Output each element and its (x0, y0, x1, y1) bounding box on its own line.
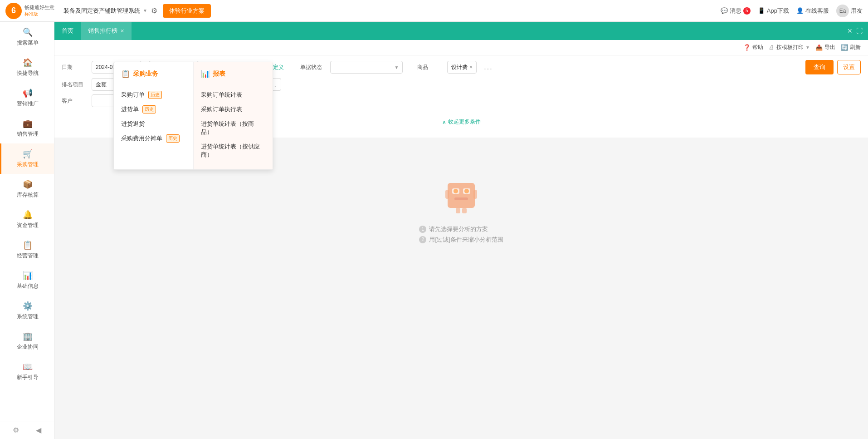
menu-item-purchase-order-exec[interactable]: 采购订单执行表 (201, 102, 266, 117)
sidebar-item-system[interactable]: ⚙️ 系统管理 (0, 296, 54, 326)
menu-item-incoming[interactable]: 进货单 历史 (121, 102, 186, 117)
system-dropdown-arrow[interactable]: ▼ (143, 8, 147, 13)
help-btn[interactable]: ❓ 帮助 (743, 44, 763, 51)
sales-icon: 💼 (23, 118, 33, 128)
goods-more-btn[interactable]: ... (484, 63, 493, 71)
empty-robot-svg (439, 174, 484, 215)
goods-tag-text: 设计费 (451, 64, 468, 71)
goods-tag-close[interactable]: × (469, 64, 473, 70)
tab-close-all-btn[interactable]: ✕ (847, 27, 853, 35)
online-service-label: 在线客服 (805, 7, 829, 15)
sidebar-bottom: ⚙ ◀ (0, 421, 54, 439)
rank-label: 排名项目 (62, 81, 84, 89)
menu-item-purchase-fee[interactable]: 采购费用分摊单 历史 (121, 131, 186, 146)
menu-item-label: 采购订单统计表 (201, 91, 242, 99)
basic-info-icon: 📊 (23, 271, 33, 281)
query-button[interactable]: 查询 (805, 60, 834, 74)
tab-close-icon[interactable]: ✕ (120, 28, 124, 34)
step-num-1: 1 (419, 226, 426, 233)
collapse-label: 收起更多条件 (448, 118, 481, 126)
menu-item-incoming-stats-supplier[interactable]: 进货单统计表（按供应商） (201, 139, 266, 162)
industry-button[interactable]: 体验行业方案 (163, 4, 211, 18)
content-area: 首页 销售排行榜 ✕ ✕ ⛶ ❓ 帮助 (54, 22, 868, 439)
svg-rect-0 (448, 183, 475, 208)
sidebar-item-search[interactable]: 🔍 搜索菜单 (0, 22, 54, 52)
report-section: 📊 报表 采购订单统计表 采购订单执行表 进货单统计表（按商品） 进货单统计表（… (194, 62, 273, 169)
sidebar-item-inventory[interactable]: 📦 库存核算 (0, 174, 54, 204)
step1-text: 请先选择要分析的方案 (429, 224, 488, 234)
empty-steps: 1 请先选择要分析的方案 2 用[过滤]条件来缩小分析范围 (419, 224, 503, 245)
tab-expand-btn[interactable]: ⛶ (856, 27, 863, 35)
svg-rect-3 (454, 197, 468, 200)
goods-label: 商品 (417, 64, 440, 71)
tab-home-label: 首页 (62, 27, 73, 35)
tab-bar: 首页 销售排行榜 ✕ ✕ ⛶ (54, 22, 868, 40)
service-icon: 👤 (796, 7, 804, 14)
app-download-btn[interactable]: 📱 App下载 (758, 7, 789, 15)
sidebar-settings-btn[interactable]: ⚙ (13, 426, 19, 434)
settings-icon[interactable]: ⚙ (151, 6, 157, 15)
order-status-label: 单据状态 (300, 64, 323, 71)
app-container: 6 畅捷通好生意 标准版 装备及固定资产辅助管理系统 ▼ ⚙ 体验行业方案 💬 … (0, 0, 868, 439)
sidebar-item-marketing[interactable]: 📢 营销推广 (0, 83, 54, 113)
refresh-btn[interactable]: 🔄 刷新 (841, 44, 861, 51)
collapse-btn[interactable]: ∧ 收起更多条件 (442, 118, 481, 126)
menu-item-purchase-order-stats[interactable]: 采购订单统计表 (201, 88, 266, 102)
messages-label: 消息 (730, 7, 741, 15)
print-icon: 🖨 (769, 44, 775, 51)
purchase-dropdown-menu: 📋 采购业务 采购订单 历史 进货单 历史 进货退货 (113, 62, 273, 170)
report-title: 📊 报表 (201, 69, 266, 82)
logo-name: 畅捷通好生意 (24, 4, 54, 10)
print-dropdown-icon[interactable]: ▼ (805, 45, 810, 50)
logo-badge: 标准版 (24, 11, 54, 17)
top-bar-right: 💬 消息 5 📱 App下载 👤 在线客服 Ea 用友 (721, 5, 863, 17)
search-icon: 🔍 (23, 27, 33, 37)
section1-title-text: 采购业务 (133, 70, 158, 78)
tab-sales-rank[interactable]: 销售排行榜 ✕ (81, 22, 132, 40)
purchase-business-section: 📋 采购业务 采购订单 历史 进货单 历史 进货退货 (114, 62, 194, 169)
top-bar: 6 畅捷通好生意 标准版 装备及固定资产辅助管理系统 ▼ ⚙ 体验行业方案 💬 … (0, 0, 868, 22)
inventory-icon: 📦 (23, 179, 33, 189)
tab-home[interactable]: 首页 (54, 22, 81, 40)
logo-text: 畅捷通好生意 标准版 (24, 4, 54, 17)
toolbar-actions: ❓ 帮助 🖨 按模板打印 ▼ 📤 导出 🔄 刷新 (54, 40, 868, 55)
menu-item-label: 进货单统计表（按商品） (201, 120, 266, 136)
sidebar-item-finance[interactable]: 🔔 资金管理 (0, 204, 54, 235)
user-area[interactable]: Ea 用友 (836, 5, 863, 17)
sidebar-collapse-btn[interactable]: ◀ (36, 426, 41, 434)
sidebar-item-guide[interactable]: 📖 新手引导 (0, 356, 54, 387)
menu-item-purchase-order[interactable]: 采购订单 历史 (121, 88, 186, 102)
sidebar-item-operation[interactable]: 📋 经营管理 (0, 235, 54, 265)
setting-button[interactable]: 设置 (837, 60, 861, 74)
menu-item-incoming-return[interactable]: 进货退货 (121, 117, 186, 131)
tab-sales-rank-label: 销售排行榜 (88, 27, 117, 35)
purchase-icon: 🛒 (23, 149, 33, 159)
svg-point-8 (454, 189, 458, 193)
menu-item-label: 进货单 (121, 105, 139, 113)
order-status-select[interactable]: ▼ (330, 61, 403, 74)
empty-step-2: 2 用[过滤]条件来缩小分析范围 (419, 234, 503, 245)
step2-text: 用[过滤]条件来缩小分析范围 (429, 234, 503, 245)
sidebar-label: 营销推广 (17, 100, 39, 108)
sidebar-label: 基础信息 (17, 282, 39, 290)
goods-tag[interactable]: 设计费 × (447, 61, 477, 74)
system-title-area: 装备及固定资产辅助管理系统 ▼ ⚙ (63, 6, 163, 15)
collapse-arrow: ∧ (442, 119, 446, 125)
sidebar-item-purchase[interactable]: 🛒 采购管理 (0, 143, 54, 174)
sidebar-label: 销售管理 (17, 130, 39, 138)
export-btn[interactable]: 📤 导出 (815, 44, 835, 51)
messages-btn[interactable]: 💬 消息 5 (721, 7, 751, 15)
sidebar-item-enterprise[interactable]: 🏢 企业协同 (0, 326, 54, 356)
export-label: 导出 (824, 44, 835, 51)
finance-icon: 🔔 (23, 210, 33, 220)
online-service-btn[interactable]: 👤 在线客服 (796, 7, 829, 15)
menu-item-incoming-stats-goods[interactable]: 进货单统计表（按商品） (201, 117, 266, 139)
empty-illustration (439, 174, 484, 215)
sidebar-label: 资金管理 (17, 222, 39, 229)
sidebar-item-basic-info[interactable]: 📊 基础信息 (0, 265, 54, 296)
print-label: 按模板打印 (776, 44, 804, 51)
sidebar: 🔍 搜索菜单 🏠 快捷导航 📢 营销推广 💼 销售管理 🛒 采购管理 📦 (0, 22, 54, 439)
sidebar-item-quick-nav[interactable]: 🏠 快捷导航 (0, 52, 54, 83)
print-btn[interactable]: 🖨 按模板打印 ▼ (769, 44, 810, 51)
sidebar-item-sales[interactable]: 💼 销售管理 (0, 113, 54, 143)
